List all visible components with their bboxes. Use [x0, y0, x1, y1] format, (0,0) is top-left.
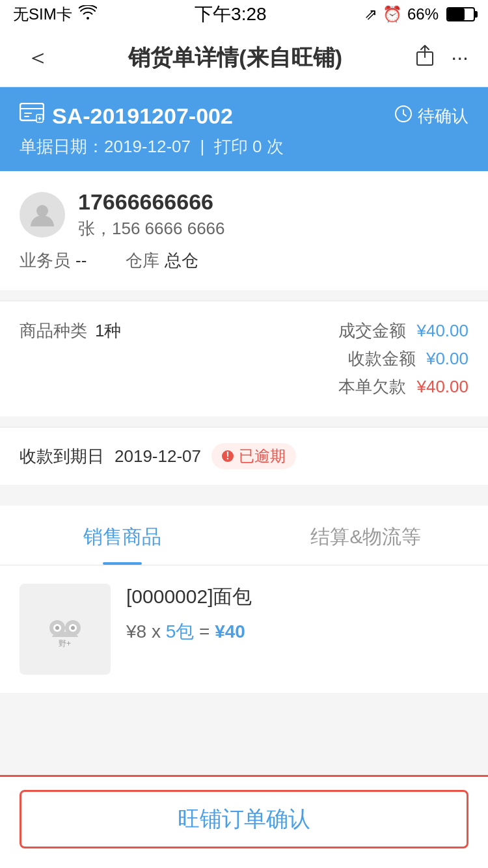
product-card: 野+ [0000002]面包 ¥8 x 5包 = ¥40	[0, 565, 488, 693]
tabs-bar: 销售商品 结算&物流等	[0, 506, 488, 565]
product-price: ¥8 x 5包 = ¥40	[126, 619, 468, 644]
product-types-value: 1种	[95, 319, 121, 342]
summary-left: 商品种类 1种	[20, 319, 121, 342]
warehouse-value: 总仓	[165, 249, 198, 272]
svg-point-8	[55, 626, 59, 630]
due-date-value: 2019-12-07	[115, 446, 201, 467]
alarm-icon: ⏰	[383, 5, 402, 23]
product-qty: 5包	[166, 621, 195, 642]
due-date-label: 收款到期日	[20, 445, 104, 468]
nav-actions: ···	[414, 44, 468, 72]
tab-settlement-logistics[interactable]: 结算&物流等	[244, 506, 488, 565]
price-equals: =	[194, 621, 215, 642]
product-name: [0000002]面包	[126, 584, 468, 610]
order-id-icon	[20, 103, 44, 129]
svg-text:野+: 野+	[59, 639, 71, 648]
tab-sales-products[interactable]: 销售商品	[0, 506, 244, 565]
time-label: 下午3:28	[195, 2, 267, 27]
warehouse-item: 仓库 总仓	[126, 249, 198, 272]
owed-amount-row: 本单欠款 ¥40.00	[338, 375, 468, 398]
summary-card: 商品种类 1种 成交金额 ¥40.00 收款金额 ¥0.00 本单欠款 ¥40.…	[0, 301, 488, 416]
order-id: SA-20191207-002	[20, 103, 233, 129]
nav-bar: ＜ 销货单详情(来自旺铺) ···	[0, 29, 488, 87]
warehouse-label: 仓库	[126, 249, 159, 272]
due-date-card: 收款到期日 2019-12-07 ! 已逾期	[0, 427, 488, 485]
page-title: 销货单详情(来自旺铺)	[128, 43, 342, 73]
salesperson-label: 业务员	[20, 249, 70, 272]
salesperson-item: 业务员 --	[20, 249, 87, 272]
customer-phone: 17666666666	[78, 189, 225, 215]
confirm-order-button[interactable]: 旺铺订单确认	[20, 790, 468, 848]
received-amount-value: ¥0.00	[426, 349, 468, 369]
product-info: [0000002]面包 ¥8 x 5包 = ¥40	[126, 584, 468, 644]
status-text: 待确认	[418, 105, 468, 128]
deal-amount-value: ¥40.00	[416, 321, 468, 341]
customer-name: 张，156 6666 6666	[78, 217, 225, 240]
battery-percent: 66%	[407, 5, 439, 23]
owed-amount-value: ¥40.00	[416, 377, 468, 397]
status-right: ⇗ ⏰ 66%	[364, 5, 475, 23]
status-left: 无SIM卡	[13, 4, 97, 25]
customer-info: 17666666666 张，156 6666 6666	[78, 189, 225, 240]
overdue-badge: ! 已逾期	[211, 443, 296, 469]
status-clock-icon	[394, 105, 413, 128]
customer-card: 17666666666 张，156 6666 6666 业务员 -- 仓库 总仓	[0, 171, 488, 290]
customer-meta: 业务员 -- 仓库 总仓	[20, 249, 468, 272]
wifi-icon	[79, 5, 97, 23]
svg-point-3	[36, 205, 48, 217]
owed-amount-label: 本单欠款	[338, 375, 406, 398]
salesperson-value: --	[75, 251, 87, 271]
order-header-top: SA-20191207-002 待确认	[20, 103, 468, 129]
product-total: ¥40	[215, 621, 245, 642]
received-amount-label: 收款金额	[348, 347, 416, 370]
back-button[interactable]: ＜	[20, 35, 56, 80]
order-date: 单据日期：2019-12-07 | 打印 0 次	[20, 135, 468, 158]
product-types-label: 商品种类	[20, 319, 87, 342]
bottom-area: 旺铺订单确认	[0, 775, 488, 868]
received-amount-row: 收款金额 ¥0.00	[348, 347, 468, 370]
summary-right: 成交金额 ¥40.00 收款金额 ¥0.00 本单欠款 ¥40.00	[338, 319, 468, 398]
order-header: SA-20191207-002 待确认 单据日期：2019-12-07 | 打印…	[0, 87, 488, 171]
carrier-label: 无SIM卡	[13, 4, 72, 25]
overdue-text: 已逾期	[239, 446, 286, 467]
customer-top: 17666666666 张，156 6666 6666	[20, 189, 468, 240]
order-id-text: SA-20191207-002	[52, 103, 233, 129]
product-thumbnail: 野+	[20, 584, 111, 675]
deal-amount-row: 成交金额 ¥40.00	[338, 319, 468, 342]
order-status: 待确认	[394, 105, 468, 128]
deal-amount-label: 成交金额	[338, 319, 406, 342]
price-base: ¥8 x	[126, 621, 166, 642]
product-thumb-image: 野+	[39, 610, 91, 649]
location-icon: ⇗	[364, 5, 377, 23]
section-divider-3	[0, 495, 488, 506]
overdue-icon: !	[222, 450, 234, 462]
battery-icon	[446, 7, 475, 21]
status-bar: 无SIM卡 下午3:28 ⇗ ⏰ 66%	[0, 0, 488, 29]
svg-point-9	[71, 626, 75, 630]
customer-avatar	[20, 192, 65, 237]
share-button[interactable]	[414, 44, 435, 72]
more-button[interactable]: ···	[451, 46, 468, 70]
